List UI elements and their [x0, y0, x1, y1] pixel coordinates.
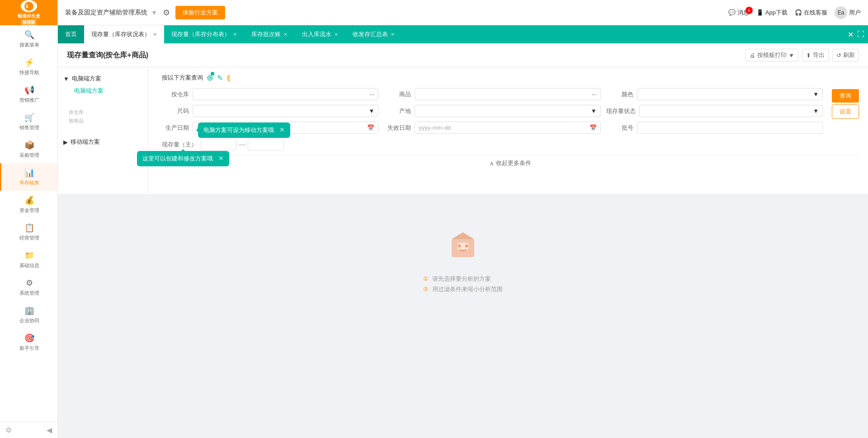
origin-label: 产地 [384, 107, 411, 115]
gear-icon[interactable]: ⚙ [163, 8, 170, 18]
origin-select[interactable]: ▼ [415, 105, 600, 117]
sidebar-item-marketing[interactable]: 📢 营销推广 [0, 80, 57, 108]
edit-scheme-icon[interactable]: ✎ [217, 74, 223, 82]
collapse-text: 收起更多条件 [496, 159, 531, 167]
tab-home[interactable]: 首页 [58, 25, 84, 43]
stock-status-label: 现存量状态 [606, 107, 636, 115]
trial-button[interactable]: 体验行业方案 [175, 6, 225, 19]
tab-inventory-dist[interactable]: 现存量（库存分布表） ✕ [164, 25, 244, 43]
collapse-bar[interactable]: ∧ 收起更多条件 [162, 155, 859, 171]
tooltip-create-close[interactable]: ✕ [218, 155, 224, 162]
sidebar-item-label: 快捷导航 [19, 69, 39, 76]
svg-point-5 [458, 245, 461, 247]
arrow-right-icon: ▶ [63, 139, 68, 146]
close-icon[interactable]: ✕ [391, 32, 395, 38]
close-icon[interactable]: ✕ [153, 32, 157, 38]
warehouse-label: 按仓库 [162, 90, 189, 99]
sidebar-item-label: 基础信息 [19, 262, 39, 269]
service-icon: 🎧 [795, 9, 802, 16]
reset-button[interactable]: 设置 [832, 104, 859, 119]
sidebar-item-quick[interactable]: ⚡ 快捷导航 [0, 53, 57, 80]
filter-field-stock-qty: 现存量（主） — [162, 138, 378, 151]
filter-field-expire-date: 失效日期 yyyy-mm-dd 📅 [384, 122, 600, 134]
filter-field-batch: 批号 [606, 122, 823, 134]
sidebar-bottom: ⚙ ◀ [0, 422, 57, 438]
sidebar-item-enterprise[interactable]: 🏢 企业协同 [0, 301, 57, 329]
batch-input[interactable] [637, 122, 823, 134]
quick-icon: ⚡ [24, 57, 34, 67]
sidebar-item-system[interactable]: ⚙ 系统管理 [0, 273, 57, 301]
tab-home-label: 首页 [65, 30, 77, 38]
settings-icon[interactable]: ⚙ [5, 426, 12, 434]
chevron-down-icon[interactable]: ▼ [151, 9, 157, 16]
operations-icon: 📋 [24, 223, 34, 233]
produce-date-label: 生产日期 [162, 124, 189, 132]
collapse-sidebar-icon[interactable]: ◀ [47, 426, 52, 434]
header-right: 💬 6 消息 📱 App下载 🎧 在线客服 Ea 用户 [728, 6, 861, 19]
message-icon: 💬 [728, 9, 736, 16]
phone-icon: 📱 [756, 9, 764, 16]
close-icon[interactable]: ✕ [233, 32, 237, 38]
app-download-item[interactable]: 📱 App下载 [756, 9, 788, 17]
back-scheme-icon[interactable]: ⟪ [226, 74, 231, 82]
sidebar-item-label: 销售管理 [19, 124, 39, 131]
enterprise-icon: 🏢 [24, 306, 34, 316]
scheme-item-pc[interactable]: 电脑端方案 [63, 85, 142, 97]
logo-icon: 6 [21, 0, 37, 12]
sidebar-item-search[interactable]: 🔍 搜索菜单 [0, 25, 57, 53]
color-select[interactable]: ▼ [637, 88, 823, 100]
empty-state: ① 请先选择要分析的方案 ② 用过滤条件来缩小分析范围 [58, 194, 868, 322]
arrow-down-icon: ▼ [63, 75, 69, 82]
sidebar-item-label: 系统管理 [19, 290, 39, 297]
main-area: 装备及固定资产辅助管理系统 ▼ ⚙ 体验行业方案 💬 6 消息 📱 App下载 … [58, 0, 868, 438]
tab-inout[interactable]: 出入库流水 ✕ [295, 25, 345, 43]
filter-area: 按以下方案查询 ⊕ ✎ ⟪ ▼ 电脑端方案 电脑端方案 [58, 67, 868, 194]
online-service-item[interactable]: 🎧 在线客服 [795, 9, 827, 17]
tab-inventory-status[interactable]: 现存量（库存状况表） ✕ [84, 25, 164, 43]
size-select[interactable]: ▼ [193, 105, 378, 117]
scheme-active-dot [211, 72, 214, 75]
refresh-button[interactable]: ↺ 刷新 [832, 49, 859, 61]
expire-date-input[interactable]: yyyy-mm-dd 📅 [415, 122, 600, 134]
sidebar-item-operations[interactable]: 📋 经营管理 [0, 218, 57, 246]
tooltip-scheme-close[interactable]: ✕ [279, 126, 285, 133]
filter-field-color: 颜色 ▼ [606, 88, 823, 100]
sidebar-item-basic[interactable]: 📁 基础信息 [0, 246, 57, 273]
tab-receive[interactable]: 收发存汇总表 ✕ [345, 25, 402, 43]
export-button[interactable]: ⬆ 导出 [802, 49, 829, 61]
user-area[interactable]: Ea 用户 [835, 6, 861, 19]
close-all-icon[interactable]: ✕ [848, 30, 854, 39]
finance-icon: 💰 [24, 195, 34, 205]
print-button[interactable]: 🖨 按模板打印 ▼ [745, 49, 798, 61]
sidebar-nav: 🔍 搜索菜单 ⚡ 快捷导航 📢 营销推广 🛒 销售管理 📦 采购管理 📊 库存核… [0, 25, 57, 422]
header-left: 装备及固定资产辅助管理系统 ▼ ⚙ 体验行业方案 [65, 6, 225, 19]
content-area: 现存量查询(按仓库+商品) 🖨 按模板打印 ▼ ⬆ 导出 ↺ 刷新 [58, 43, 868, 438]
sidebar-item-label: 经营管理 [19, 235, 39, 241]
batch-label: 批号 [606, 124, 633, 132]
calendar-icon: 📅 [367, 124, 374, 131]
stock-qty-range: — [201, 138, 284, 151]
tab-batch[interactable]: 库存批次账 ✕ [244, 25, 295, 43]
sidebar-item-purchase[interactable]: 📦 采购管理 [0, 136, 57, 163]
scheme-section-mobile-header[interactable]: ▶ 移动端方案 [63, 136, 142, 148]
close-icon[interactable]: ✕ [283, 32, 288, 38]
message-icon-item[interactable]: 💬 6 消息 [728, 9, 749, 17]
warehouse-select[interactable]: ··· [193, 88, 378, 100]
fullscreen-icon[interactable]: ⛶ [857, 30, 864, 38]
sidebar-item-inventory[interactable]: 📊 库存核算 [0, 163, 57, 191]
sidebar-item-guide[interactable]: 🎯 新手引导 [0, 329, 57, 356]
scheme-section-pc-header[interactable]: ▼ 电脑端方案 [63, 73, 142, 85]
stock-status-select[interactable]: ▼ [639, 105, 823, 117]
stock-qty-max-input[interactable] [248, 138, 284, 151]
stock-qty-min-input[interactable] [201, 138, 237, 151]
sales-icon: 🛒 [24, 113, 34, 122]
stock-qty-label: 现存量（主） [162, 141, 197, 149]
close-icon[interactable]: ✕ [334, 32, 338, 38]
search-button[interactable]: 查询 [832, 89, 859, 103]
tooltip-create: 这里可以创建和修改方案哦 ✕ [137, 151, 229, 166]
goods-select[interactable]: ··· [415, 88, 600, 100]
page-header: 现存量查询(按仓库+商品) 🖨 按模板打印 ▼ ⬆ 导出 ↺ 刷新 [58, 43, 868, 67]
sidebar-item-finance[interactable]: 💰 资金管理 [0, 191, 57, 218]
sidebar-item-sales[interactable]: 🛒 销售管理 [0, 108, 57, 136]
guide-icon: 🎯 [24, 333, 34, 343]
